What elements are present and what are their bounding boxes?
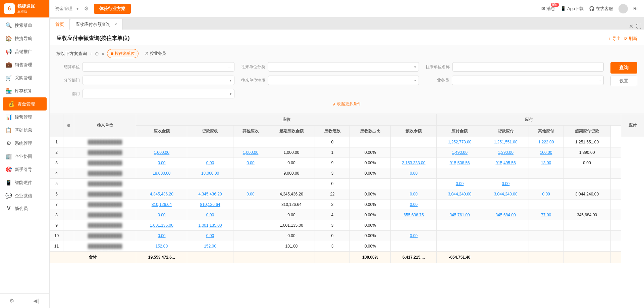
sidebar-item-vip[interactable]: V 畅会员 — [0, 202, 49, 215]
amount-link[interactable]: 345,761.00 — [449, 213, 470, 217]
header-gear-icon[interactable]: ⚙ — [83, 4, 90, 13]
table-cell[interactable]: 1,001,135.00 — [187, 220, 233, 231]
table-cell[interactable]: 4,345,436.20 — [136, 189, 187, 200]
amount-link[interactable]: 100.00 — [540, 150, 552, 155]
amount-link[interactable]: 810,126.64 — [152, 202, 172, 207]
scheme-by-partner[interactable]: 按往来单位 — [107, 49, 139, 58]
amount-link[interactable]: 2,153,333.00 — [402, 161, 425, 165]
table-cell[interactable]: 0.00 — [187, 210, 233, 220]
amount-link[interactable]: 0.00 — [410, 192, 418, 196]
amount-link[interactable]: 152.00 — [204, 244, 216, 249]
sidebar-settings-btn[interactable]: ⚙ — [7, 296, 17, 305]
amount-link[interactable]: 1,490.00 — [452, 150, 468, 155]
scheme-by-salesman[interactable]: ⏱ 按业务员 — [141, 49, 169, 58]
table-cell[interactable]: 152.00 — [187, 241, 233, 252]
export-button[interactable]: ↑ 导出 — [609, 36, 621, 42]
table-cell[interactable]: 655,636.75 — [391, 210, 437, 220]
amount-link[interactable]: 0.00 — [158, 161, 165, 165]
table-cell[interactable]: 0.00 — [529, 189, 564, 200]
table-cell[interactable]: 1,390.00 — [483, 147, 529, 158]
breadcrumb-dropdown-icon[interactable]: ▾ — [76, 6, 78, 11]
amount-link[interactable]: 1,252,773.00 — [448, 140, 471, 144]
table-cell[interactable]: 3,044,240.00 — [437, 189, 483, 200]
table-cell[interactable]: 0.00 — [391, 189, 437, 200]
table-cell[interactable]: 0.00 — [136, 210, 187, 220]
sidebar-item-smart-hw[interactable]: 📱 智能硬件 — [0, 176, 49, 189]
filter-dept-input[interactable]: ▾ — [83, 76, 234, 85]
table-cell[interactable]: 0.00 — [391, 231, 437, 241]
table-cell[interactable]: 0.00 — [136, 158, 187, 168]
amount-link[interactable]: 0.00 — [456, 181, 464, 186]
table-cell[interactable]: 77.00 — [529, 210, 564, 220]
amount-link[interactable]: 18,000.00 — [201, 171, 219, 176]
filter-partner-nature-input[interactable]: ▾ — [268, 76, 419, 85]
filter-partner-name-input[interactable] — [452, 62, 604, 72]
table-cell[interactable]: 0.00 — [136, 231, 187, 241]
amount-link[interactable]: 0.00 — [158, 213, 165, 217]
table-cell[interactable]: 0.00 — [187, 158, 233, 168]
amount-link[interactable]: 77.00 — [541, 213, 551, 217]
tab-ar-query[interactable]: 应收应付余额查询 ✕ — [70, 19, 123, 30]
table-cell[interactable]: 100.00 — [529, 147, 564, 158]
amount-link[interactable]: 1,251,551.00 — [494, 140, 518, 144]
amount-link[interactable]: 915,495.56 — [496, 161, 516, 165]
amount-link[interactable]: 3,044,240.00 — [448, 192, 471, 196]
table-cell[interactable]: 0.00 — [437, 179, 483, 189]
filter-section-dept-input[interactable]: ▾ — [83, 89, 234, 98]
table-cell[interactable]: 1,001,135.00 — [136, 220, 187, 231]
table-cell[interactable]: 345,761.00 — [437, 210, 483, 220]
table-cell[interactable]: 18,000.00 — [187, 168, 233, 179]
table-cell[interactable]: 2,153,333.00 — [391, 158, 437, 168]
sidebar-item-purchase[interactable]: 🛒 采购管理 — [0, 71, 49, 84]
table-cell[interactable]: 1,490.00 — [437, 147, 483, 158]
amount-link[interactable]: 13.00 — [541, 161, 551, 165]
amount-link[interactable]: 3,044,240.00 — [494, 192, 518, 196]
sidebar-item-guide[interactable]: 🎯 新手引导 — [0, 163, 49, 176]
sidebar-item-operations[interactable]: 📊 经营管理 — [0, 111, 49, 124]
amount-link[interactable]: 0.00 — [247, 192, 254, 196]
amount-link[interactable]: 0.00 — [410, 171, 418, 176]
table-gear-icon[interactable]: ⚙ — [67, 123, 70, 128]
amount-link[interactable]: 0.00 — [158, 233, 165, 238]
amount-link[interactable]: 810,126.64 — [200, 202, 220, 207]
promo-button[interactable]: 体验行业方案 — [94, 4, 131, 14]
amount-link[interactable]: 655,636.75 — [404, 213, 424, 217]
sidebar-item-inventory[interactable]: 🏪 库存核算 — [0, 84, 49, 97]
amount-link[interactable]: 152.00 — [155, 244, 168, 249]
table-cell[interactable]: 3,044,240.00 — [483, 189, 529, 200]
table-cell[interactable]: 1,000.00 — [233, 147, 268, 158]
table-cell[interactable]: 0.00 — [233, 189, 268, 200]
sidebar-item-marketing[interactable]: 📢 营销推广 — [0, 45, 49, 58]
table-cell[interactable]: 0.00 — [483, 179, 529, 189]
amount-link[interactable]: 18,000.00 — [153, 171, 170, 176]
amount-link[interactable]: 1,390.00 — [498, 150, 514, 155]
amount-link[interactable]: 0.00 — [247, 161, 254, 165]
amount-link[interactable]: 4,345,436.20 — [198, 192, 222, 196]
amount-link[interactable]: 1,001,135.00 — [198, 223, 222, 228]
filter-salesman-input[interactable]: ··· — [452, 76, 604, 85]
amount-link[interactable]: 1,000.00 — [243, 150, 259, 155]
sidebar-item-search-menu[interactable]: 🔍 搜索菜单 — [0, 19, 49, 32]
table-cell[interactable]: 0.00 — [187, 231, 233, 241]
amount-link[interactable]: 4,345,436.20 — [150, 192, 173, 196]
setting-button[interactable]: 设置 — [610, 76, 637, 86]
filter-partner-type-input[interactable]: ▾ — [268, 62, 419, 72]
tab-home[interactable]: 首页 — [50, 19, 70, 30]
tab-maximize-btn[interactable]: ⛶ — [636, 24, 641, 30]
amount-link[interactable]: 0.00 — [502, 181, 509, 186]
amount-link[interactable]: 0.00 — [206, 233, 214, 238]
sidebar-item-wechat[interactable]: 💬 企业微信 — [0, 189, 49, 202]
table-cell[interactable]: 915,508.56 — [437, 158, 483, 168]
scheme-collapse-icon[interactable]: « — [102, 51, 104, 56]
table-cell[interactable]: 810,126.64 — [136, 200, 187, 210]
table-cell[interactable]: 1,251,551.00 — [483, 137, 529, 147]
table-cell[interactable]: 152.00 — [136, 241, 187, 252]
table-cell[interactable]: 0.00 — [233, 158, 268, 168]
sidebar-item-finance[interactable]: 💰 资金管理 — [3, 97, 47, 111]
sidebar-item-enterprise[interactable]: 🏢 企业协同 — [0, 150, 49, 163]
amount-link[interactable]: 1,222.00 — [538, 140, 554, 144]
amount-link[interactable]: 915,508.56 — [449, 161, 470, 165]
table-cell[interactable]: 1,000.00 — [136, 147, 187, 158]
sidebar-item-basic[interactable]: 📋 基础信息 — [0, 124, 49, 137]
online-service-action[interactable]: 🎧 在线客服 — [589, 6, 613, 12]
